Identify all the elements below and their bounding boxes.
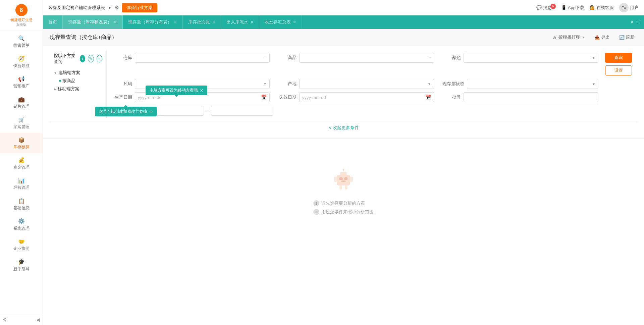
sidebar-item-guide[interactable]: 🎓 新手引导 xyxy=(0,255,43,275)
sidebar-item-inventory[interactable]: 📦 库存核算 xyxy=(0,133,43,153)
settings-bottom-icon[interactable]: ⚙ xyxy=(3,317,7,322)
main-area: 装备及固定资产辅助管理系统 ▼ ⚙ 体验行业方案 💬 消息 6 📱 App下载 … xyxy=(43,0,644,325)
sidebar-item-business[interactable]: 📊 经营管理 xyxy=(0,173,43,194)
tooltip2-close[interactable]: ✕ xyxy=(149,109,153,114)
header-right: 💬 消息 6 📱 App下载 💁 在线客服 Ea 用户 xyxy=(536,3,639,12)
sidebar-item-finance[interactable]: 💰 资金管理 xyxy=(0,153,43,174)
sidebar-item-label: 搜索菜单 xyxy=(13,43,30,48)
user-item[interactable]: Ea 用户 xyxy=(619,3,639,12)
origin-select[interactable]: ▼ xyxy=(299,79,434,89)
scheme-mobile-label: 移动端方案 xyxy=(58,86,79,92)
online-support-label: 在线客服 xyxy=(596,5,614,11)
tip-num-2: 2 xyxy=(313,209,319,215)
base-icon: 📋 xyxy=(18,197,25,205)
edit-scheme-button[interactable]: ✎ xyxy=(88,55,94,62)
arrow-scheme-button[interactable]: « xyxy=(97,55,102,62)
collapse-sidebar-icon[interactable]: ◀ xyxy=(36,317,40,322)
tab-inventory-dist-close[interactable]: ✕ xyxy=(174,20,177,24)
tab-summary[interactable]: 收发存汇总表 ✕ xyxy=(259,15,302,29)
filter-warehouse: 仓库 ··· xyxy=(112,53,270,63)
tab-inout-close[interactable]: ✕ xyxy=(250,20,254,24)
refresh-button[interactable]: 🔄 刷新 xyxy=(616,33,637,42)
collapse-more-button[interactable]: ∧ 收起更多条件 xyxy=(50,121,637,134)
origin-arrow-icon: ▼ xyxy=(428,82,431,86)
tab-inout[interactable]: 出入库流水 ✕ xyxy=(221,15,259,29)
stock-range-inputs: — xyxy=(142,106,273,116)
stock-status-select[interactable]: ▼ xyxy=(467,79,598,89)
sidebar-item-system[interactable]: ⚙️ 系统管理 xyxy=(0,214,43,235)
tooltip2-text: 这里可以创建和修改方案哦 xyxy=(99,109,147,114)
sidebar-nav: 🔍 搜索菜单 🧭 快捷导航 📢 营销推广 💼 销售管理 🛒 采购管理 📦 库存核… xyxy=(0,31,43,314)
tooltip1-close[interactable]: ✕ xyxy=(200,88,203,93)
sidebar-item-label: 采购管理 xyxy=(13,124,30,130)
tab-inventory-status[interactable]: 现存量（库存状况表） ✕ xyxy=(63,15,123,29)
product-select[interactable]: ··· xyxy=(299,53,434,63)
purchase-icon: 🛒 xyxy=(18,116,25,123)
message-item[interactable]: 💬 消息 6 xyxy=(536,5,556,11)
stock-max-input[interactable] xyxy=(211,106,273,116)
tab-batch[interactable]: 库存批次账 ✕ xyxy=(183,15,221,29)
calendar-icon: 📅 xyxy=(261,95,267,100)
filter-area: 电脑方案可设为移动方案哦 ✕ 这里可以创建和修改方案哦 ✕ 按以下方案查询 + … xyxy=(43,46,644,139)
filter-color: 颜色 ▼ xyxy=(441,53,598,63)
export-button[interactable]: 📤 导出 xyxy=(592,33,612,42)
sidebar-item-sales[interactable]: 💼 销售管理 xyxy=(0,92,43,113)
range-dash: — xyxy=(205,108,210,113)
produce-date-from-value: yyyy-mm-dd xyxy=(138,95,162,100)
tab-home[interactable]: 首页 xyxy=(43,15,63,29)
sidebar-item-label: 快捷导航 xyxy=(13,63,30,69)
warehouse-more-icon: ··· xyxy=(263,55,267,60)
expiry-date-from[interactable]: yyyy-mm-dd 📅 xyxy=(299,92,434,102)
svg-rect-0 xyxy=(337,175,350,185)
size-label: 尺码 xyxy=(112,81,132,87)
collapse-label: 收起更多条件 xyxy=(333,125,359,130)
logo-text: 畅捷通好生意 xyxy=(10,17,33,22)
scheme-pc-item[interactable]: 按商品 xyxy=(54,77,102,85)
tab-inventory-status-label: 现存量（库存状况表） xyxy=(68,19,112,25)
add-scheme-button[interactable]: + xyxy=(80,55,86,62)
tab-summary-close[interactable]: ✕ xyxy=(293,20,296,24)
tab-batch-close[interactable]: ✕ xyxy=(212,20,215,24)
top-header: 装备及固定资产辅助管理系统 ▼ ⚙ 体验行业方案 💬 消息 6 📱 App下载 … xyxy=(43,0,644,15)
filter-expiry-date: 失效日期 yyyy-mm-dd 📅 xyxy=(276,92,434,102)
warehouse-select[interactable]: ··· xyxy=(135,53,270,63)
tab-summary-label: 收发存汇总表 xyxy=(265,19,291,25)
tabs-actions: ✕ ⛶ xyxy=(627,15,644,29)
sidebar-item-label: 库存核算 xyxy=(13,145,30,150)
sidebar-item-nav[interactable]: 🧭 快捷导航 xyxy=(0,52,43,72)
sidebar-item-base[interactable]: 📋 基础信息 xyxy=(0,194,43,214)
mobile-icon: 📱 xyxy=(561,5,567,10)
sidebar: 6 畅捷通好生意 标准版 🔍 搜索菜单 🧭 快捷导航 📢 营销推广 💼 销售管理… xyxy=(0,0,43,325)
svg-rect-1 xyxy=(339,177,343,180)
sidebar-item-collab[interactable]: 🤝 企业协同 xyxy=(0,234,43,255)
product-more-icon: ··· xyxy=(428,55,431,60)
filter-header: 按以下方案查询 + ✎ « xyxy=(54,53,102,65)
sidebar-item-purchase[interactable]: 🛒 采购管理 xyxy=(0,113,43,133)
print-icon: 🖨 xyxy=(553,35,557,40)
scheme-tree: ▼ 电脑端方案 按商品 ▶ 移动端方案 xyxy=(54,69,102,93)
tree-dot-icon xyxy=(59,80,61,82)
expiry-date-label: 失效日期 xyxy=(276,94,297,100)
online-support-item[interactable]: 💁 在线客服 xyxy=(590,5,614,11)
tab-inventory-dist[interactable]: 现存量（库存分布表） ✕ xyxy=(123,15,183,29)
tab-inventory-status-close[interactable]: ✕ xyxy=(114,20,117,24)
search-button[interactable]: 查询 xyxy=(605,53,632,63)
scheme-pc[interactable]: ▼ 电脑端方案 xyxy=(54,69,102,77)
tab-fullscreen-icon[interactable]: ⛶ xyxy=(637,19,641,25)
reset-button[interactable]: 设置 xyxy=(605,65,632,75)
tab-close-all-icon[interactable]: ✕ xyxy=(630,19,634,25)
color-select[interactable]: ▼ xyxy=(464,53,598,63)
page-content: 现存量查询（按仓库+商品） 🖨 按模板打印 ▼ 📤 导出 🔄 刷新 xyxy=(43,29,644,325)
message-icon: 💬 xyxy=(536,5,542,10)
batch-input[interactable] xyxy=(464,92,598,102)
app-download-item[interactable]: 📱 App下载 xyxy=(561,5,584,11)
empty-state: 1 请先选择要分析的方案 2 用过滤条件来缩小分析范围 xyxy=(43,139,644,243)
tooltip-scheme-edit: 这里可以创建和修改方案哦 ✕ xyxy=(95,107,157,116)
header-settings-icon[interactable]: ⚙ xyxy=(114,4,119,11)
scheme-mobile[interactable]: ▶ 移动端方案 xyxy=(54,85,102,93)
system-dropdown-icon[interactable]: ▼ xyxy=(108,5,112,10)
sidebar-item-marketing[interactable]: 📢 营销推广 xyxy=(0,72,43,92)
trial-button[interactable]: 体验行业方案 xyxy=(122,3,157,12)
sidebar-item-search[interactable]: 🔍 搜索菜单 xyxy=(0,31,43,52)
print-button[interactable]: 🖨 按模板打印 ▼ xyxy=(550,33,588,42)
